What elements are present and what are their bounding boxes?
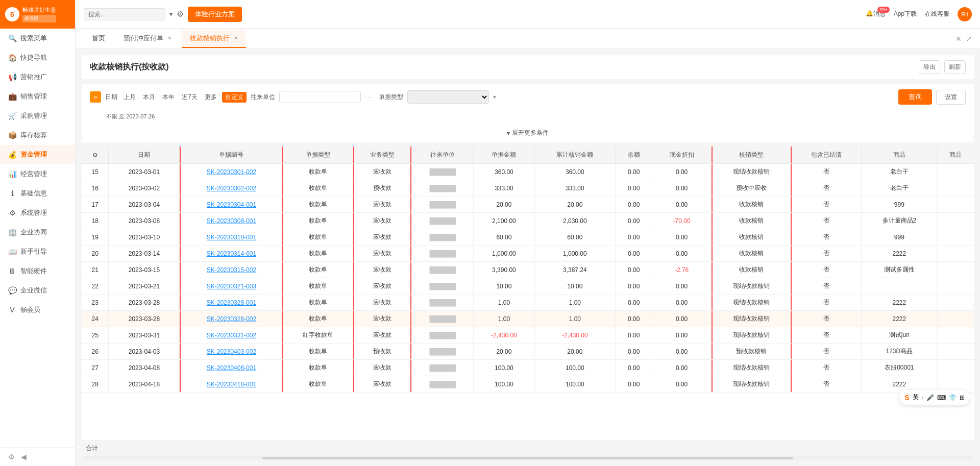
cell-write_off_type: 现结收款核销: [711, 295, 792, 311]
sidebar-item-purchase[interactable]: 🛒采购管理: [0, 106, 75, 126]
cell-cum_amount: 2,030.00: [534, 213, 615, 229]
cell-no: 24: [82, 311, 109, 327]
date-this-month[interactable]: 本月: [141, 92, 157, 103]
cell-include_settled: 否: [792, 180, 862, 197]
sidebar-item-sales[interactable]: 💼销售管理: [0, 87, 75, 106]
cell-date: 2023-03-14: [109, 246, 180, 262]
col-header-counterpart[interactable]: 往来单位: [412, 146, 474, 164]
keyboard-icon[interactable]: ⌨: [937, 394, 946, 401]
cell-write_off_type: 现结收款核销: [711, 360, 792, 376]
scroll-bar-area[interactable]: [82, 456, 974, 460]
settings-btn[interactable]: 设置: [936, 90, 966, 105]
sidebar-label-wechat: 企业微信: [20, 286, 47, 295]
cell-balance: 0.00: [615, 360, 652, 376]
message-area[interactable]: 🔔 消息 99+: [866, 10, 886, 18]
cell-balance: 0.00: [615, 327, 652, 344]
tab-payable[interactable]: 预付冲应付单✕: [115, 30, 180, 48]
sidebar-item-capital[interactable]: 💰资金管理: [0, 145, 75, 164]
query-btn[interactable]: 查询: [898, 89, 932, 105]
close-tab-icon[interactable]: ✕: [955, 35, 962, 43]
voucher-type-select[interactable]: [407, 90, 489, 104]
col-header-settings[interactable]: ⚙: [82, 146, 109, 164]
sidebar-item-corp[interactable]: 🏢企业协同: [0, 223, 75, 242]
col-header-product[interactable]: 商品: [862, 146, 937, 164]
date-more[interactable]: 更多: [203, 92, 219, 103]
tab-home[interactable]: 首页: [84, 30, 113, 48]
sidebar-item-wechat[interactable]: 💬企业微信: [0, 281, 75, 300]
counterpart-input[interactable]: [279, 91, 361, 103]
settings-icon[interactable]: ⚙: [8, 453, 15, 461]
topbar-gear-icon[interactable]: ⚙: [177, 9, 184, 19]
tab-receivable[interactable]: 收款核销执行✕: [182, 30, 246, 48]
col-header-voucher_type[interactable]: 单据类型: [283, 146, 353, 164]
sidebar-item-system[interactable]: ⚙系统管理: [0, 203, 75, 223]
sidebar-icon-hardware: 🖥: [8, 267, 16, 275]
refresh-btn[interactable]: 刷新: [944, 60, 966, 74]
col-header-cash_discount[interactable]: 现金折扣: [652, 146, 711, 164]
export-btn[interactable]: 导出: [919, 60, 940, 74]
cell-voucher_type: 收款单: [283, 246, 353, 262]
date-this-year[interactable]: 本年: [160, 92, 177, 103]
col-header-include_settled[interactable]: 包含已结清: [792, 146, 862, 164]
cell-cash_discount: 0.00: [652, 180, 711, 197]
topbar-dropdown-icon[interactable]: ▾: [169, 11, 173, 18]
online-service-link[interactable]: 在线客服: [925, 10, 949, 18]
app-download-link[interactable]: App下载: [894, 10, 917, 18]
date-last-month[interactable]: 上月: [121, 92, 138, 103]
sidebar-item-search[interactable]: 🔍搜索菜单: [0, 29, 75, 48]
cell-product2: [937, 327, 974, 344]
col-header-amount[interactable]: 单据金额: [473, 146, 534, 164]
expand-tabs-icon[interactable]: ⤢: [966, 35, 972, 43]
cell-voucher_type: 收款单: [283, 180, 353, 197]
col-header-balance[interactable]: 余额: [615, 146, 652, 164]
col-header-biz_type[interactable]: 业务类型: [353, 146, 411, 164]
cell-biz_type: 应收款: [353, 213, 411, 229]
col-header-voucher_no[interactable]: 单据编号: [180, 146, 283, 164]
solution-btn[interactable]: 体验行业方案: [188, 7, 242, 22]
sidebar-item-quick[interactable]: 🏠快捷导航: [0, 48, 75, 67]
sidebar-item-inventory[interactable]: 📦库存核算: [0, 126, 75, 145]
expand-label: 展开更多条件: [512, 129, 549, 137]
filter-toggle-btn[interactable]: »: [90, 91, 101, 103]
col-header-write_off_type[interactable]: 核销类型: [711, 146, 792, 164]
col-header-date[interactable]: 日期: [109, 146, 180, 164]
sidebar-item-member[interactable]: V畅会员: [0, 300, 75, 320]
tab-close-receivable[interactable]: ✕: [234, 35, 238, 41]
cell-cash_discount: 0.00: [652, 327, 711, 344]
sidebar-label-inventory: 库存核算: [20, 131, 47, 140]
sidebar-item-basic[interactable]: ℹ基础信息: [0, 184, 75, 203]
sidebar-item-marketing[interactable]: 📢营销推广: [0, 67, 75, 87]
cell-biz_type: 应收款: [353, 262, 411, 278]
sidebar-item-hardware[interactable]: 🖥智能硬件: [0, 261, 75, 281]
topbar-search-input[interactable]: [84, 8, 165, 20]
collapse-icon[interactable]: ◀: [21, 453, 27, 461]
tab-close-payable[interactable]: ✕: [167, 35, 172, 41]
expand-conditions-btn[interactable]: ▾ 展开更多条件: [507, 129, 549, 137]
user-avatar[interactable]: Rit: [958, 7, 972, 21]
cell-amount: 1.00: [473, 295, 534, 311]
cell-product2: [937, 197, 974, 213]
tabs-container: 首页预付冲应付单✕收款核销执行✕: [84, 30, 246, 48]
col-header-product2[interactable]: 商品: [937, 146, 974, 164]
sidebar-icon-search: 🔍: [8, 34, 16, 42]
sidebar-menu: 🔍搜索菜单🏠快捷导航📢营销推广💼销售管理🛒采购管理📦库存核算💰资金管理📊经营管理…: [0, 29, 75, 320]
cell-date: 2023-03-15: [109, 262, 180, 278]
sidebar-item-guide[interactable]: 📖新手引导: [0, 242, 75, 261]
grid-icon[interactable]: ⊞: [960, 394, 965, 401]
mic-icon[interactable]: 🎤: [926, 394, 934, 401]
sidebar-item-operation[interactable]: 📊经营管理: [0, 164, 75, 184]
cell-voucher_no: SK-20230302-002: [180, 180, 283, 197]
tab-label-payable: 预付冲应付单: [124, 34, 163, 43]
cell-voucher_type: 收款单: [283, 229, 353, 246]
table-footer: 合计: [82, 440, 974, 456]
floating-toolbar: S 英 · 🎤 ⌨ 👕 ⊞: [899, 390, 970, 405]
cell-voucher_no: SK-20230301-002: [180, 164, 283, 180]
cell-counterpart: ██████: [412, 180, 474, 197]
shirt-icon[interactable]: 👕: [949, 394, 957, 401]
col-header-cum_amount[interactable]: 累计核销金额: [534, 146, 615, 164]
date-custom[interactable]: 自定义: [222, 92, 247, 103]
date-7days[interactable]: 近7天: [180, 92, 200, 103]
cell-product2: [937, 213, 974, 229]
table-wrap[interactable]: ⚙日期单据编号单据类型业务类型往来单位单据金额累计核销金额余额现金折扣核销类型包…: [82, 146, 974, 440]
cell-biz_type: 应收款: [353, 360, 411, 376]
